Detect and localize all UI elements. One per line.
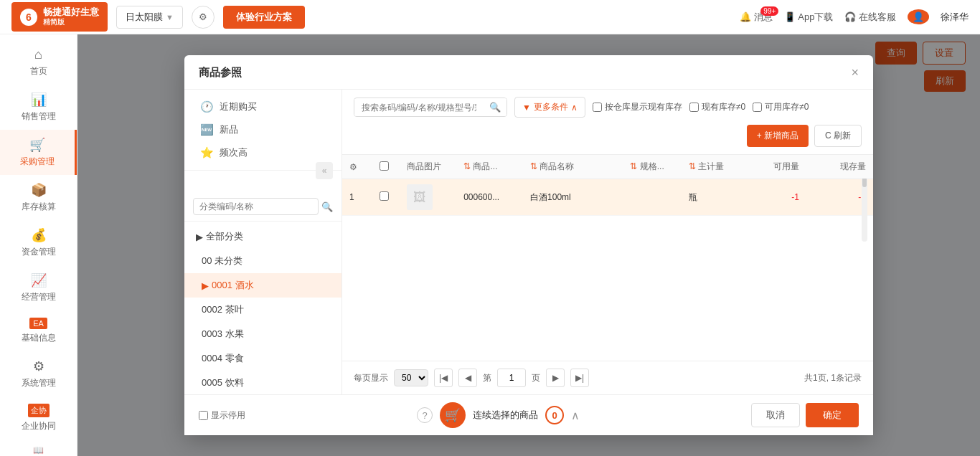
settings-gear-icon[interactable]: ⚙ <box>349 162 357 172</box>
modal-footer: 显示停用 ? 🛒 连续选择的商品 0 ∧ 取消 确定 <box>184 394 873 435</box>
more-filter-button[interactable]: ▼ 更多条件 ∧ <box>514 97 585 118</box>
available-stock-checkbox[interactable] <box>753 103 762 112</box>
quick-tab-recent[interactable]: 🕐 近期购买 <box>193 95 333 118</box>
category-00[interactable]: 00 未分类 <box>184 249 341 273</box>
sort-name-icon: ⇅ <box>530 161 537 171</box>
selector-arrow: ▼ <box>166 13 174 22</box>
modal-header: 商品参照 × <box>184 55 873 90</box>
category-0001[interactable]: ▶ 0001 酒水 <box>184 273 341 298</box>
col-image-label: 商品图片 <box>407 161 441 171</box>
checkbox-warehouse-stock[interactable]: 按仓库显示现有库存 <box>593 101 682 113</box>
sales-icon: 📊 <box>31 92 47 108</box>
category-0004[interactable]: 0004 零食 <box>184 346 341 371</box>
sidebar: ⌂ 首页 📊 销售管理 🛒 采购管理 📦 库存核算 💰 资金管理 📈 经营管理 … <box>0 34 77 456</box>
checkbox-available-stock[interactable]: 可用库存≠0 <box>753 101 809 113</box>
row-checkbox[interactable] <box>380 191 389 201</box>
app-download[interactable]: 📱 App下载 <box>784 11 833 24</box>
sidebar-label-system: 系统管理 <box>22 377 56 389</box>
sort-unit-icon: ⇅ <box>689 161 696 171</box>
cancel-button[interactable]: 取消 <box>751 403 800 427</box>
cell-spec <box>623 179 681 216</box>
confirm-button[interactable]: 确定 <box>806 403 859 427</box>
sidebar-item-finance[interactable]: 💰 资金管理 <box>0 220 77 265</box>
show-disabled-label[interactable]: 显示停用 <box>199 409 245 422</box>
cell-row-no: 1 <box>342 179 372 216</box>
add-product-button[interactable]: + 新增商品 <box>747 125 809 147</box>
warehouse-stock-checkbox[interactable] <box>593 103 602 112</box>
col-name-label: 商品名称 <box>540 161 574 171</box>
user-name: 徐泽华 <box>941 11 969 24</box>
store-name: 日太阳膜 <box>126 11 163 24</box>
inventory-icon: 📦 <box>31 182 47 198</box>
product-search-box: 🔍 <box>354 98 507 117</box>
quick-tab-new[interactable]: 🆕 新品 <box>193 118 333 141</box>
help-icon[interactable]: ? <box>417 407 433 423</box>
prev-page-button[interactable]: ◀ <box>458 369 477 387</box>
topnav-right: 🔔 99+ 消息 📱 App下载 🎧 在线客服 👤 徐泽华 <box>740 11 969 24</box>
modal-close-button[interactable]: × <box>851 65 859 80</box>
product-search-input[interactable] <box>354 99 484 116</box>
col-header-spec[interactable]: ⇅ 规格... <box>623 155 681 179</box>
quick-tab-frequent[interactable]: ⭐ 频次高 <box>193 141 333 164</box>
cat-0001-arrow: ▶ <box>202 280 209 291</box>
top-navigation: 6 畅捷通好生意 精简版 日太阳膜 ▼ ⚙ 体验行业方案 🔔 99+ 消息 📱 … <box>0 0 980 34</box>
product-table: ⚙ 商品图片 ⇅ <box>342 155 873 216</box>
settings-icon[interactable]: ⚙ <box>192 6 215 29</box>
sidebar-item-purchase[interactable]: 🛒 采购管理 <box>0 130 77 175</box>
select-all-checkbox[interactable] <box>380 161 389 171</box>
sidebar-item-basic[interactable]: EA 基础信息 <box>0 310 77 351</box>
product-search-icon[interactable]: 🔍 <box>484 98 507 116</box>
last-page-button[interactable]: ▶| <box>570 369 589 387</box>
table-row[interactable]: 1 🖼 000600... 白酒100ml <box>342 179 873 216</box>
footer-center: ? 🛒 连续选择的商品 0 ∧ <box>417 402 580 428</box>
category-search-input[interactable] <box>193 198 319 215</box>
guide-icon: 📖 <box>33 445 44 455</box>
left-panel-collapse-button[interactable]: « <box>316 162 333 179</box>
basic-icon: EA <box>29 318 47 329</box>
available-stock-label: 可用库存≠0 <box>765 101 809 113</box>
col-header-avail: 可用量 <box>740 155 806 179</box>
trial-button[interactable]: 体验行业方案 <box>223 6 305 29</box>
per-page-select[interactable]: 50 <box>394 369 428 386</box>
sidebar-item-enterprise[interactable]: 企协 企业协同 <box>0 396 77 440</box>
current-stock-checkbox[interactable] <box>689 103 699 112</box>
cat-all-arrow: ▶ <box>196 232 203 242</box>
online-service[interactable]: 🎧 在线客服 <box>844 11 896 24</box>
phone-icon: 📱 <box>784 11 796 22</box>
store-selector[interactable]: 日太阳膜 ▼ <box>116 6 183 29</box>
sidebar-item-inventory[interactable]: 📦 库存核算 <box>0 175 77 220</box>
total-info: 共1页, 1条记录 <box>804 372 862 384</box>
refresh-product-button[interactable]: C 刷新 <box>814 125 862 147</box>
show-disabled-checkbox[interactable] <box>199 411 208 420</box>
category-search-icon[interactable]: 🔍 <box>321 201 333 212</box>
sidebar-item-sales[interactable]: 📊 销售管理 <box>0 85 77 130</box>
bell-icon: 🔔 <box>740 11 751 22</box>
sidebar-item-guide[interactable]: 📖 新手引导 <box>22 440 56 456</box>
cat-all-label: 全部分类 <box>206 230 243 243</box>
sidebar-item-operation[interactable]: 📈 经营管理 <box>0 265 77 310</box>
logo-icon: 6 <box>20 9 37 26</box>
category-0002[interactable]: 0002 茶叶 <box>184 298 341 322</box>
col-header-unit[interactable]: ⇅ 主计量 <box>682 155 740 179</box>
category-0005[interactable]: 0005 饮料 <box>184 371 341 394</box>
col-header-no: ⚙ <box>342 155 372 179</box>
notifications[interactable]: 🔔 99+ 消息 <box>740 11 773 24</box>
page-number-input[interactable] <box>497 369 526 387</box>
collapse-footer-icon[interactable]: ∧ <box>571 409 580 422</box>
first-page-button[interactable]: |◀ <box>434 369 453 387</box>
sidebar-item-home[interactable]: ⌂ 首页 <box>0 40 77 85</box>
cart-icon[interactable]: 🛒 <box>440 402 466 428</box>
checkbox-current-stock[interactable]: 现有库存≠0 <box>689 101 745 113</box>
sidebar-item-system[interactable]: ⚙ 系统管理 <box>0 351 77 396</box>
category-all[interactable]: ▶ 全部分类 <box>184 224 341 249</box>
col-header-name[interactable]: ⇅ 商品名称 <box>523 155 623 179</box>
sidebar-label-finance: 资金管理 <box>22 246 56 258</box>
filter-arrow: ∧ <box>571 103 578 113</box>
topnav-center: ⚙ 体验行业方案 <box>183 6 740 29</box>
next-page-button[interactable]: ▶ <box>546 369 565 387</box>
warehouse-stock-label: 按仓库显示现有库存 <box>605 101 682 113</box>
per-page-label: 每页显示 <box>354 372 388 384</box>
col-header-code[interactable]: ⇅ 商品... <box>456 155 523 179</box>
category-0003[interactable]: 0003 水果 <box>184 322 341 346</box>
quick-tab-recent-label: 近期购买 <box>220 100 257 113</box>
